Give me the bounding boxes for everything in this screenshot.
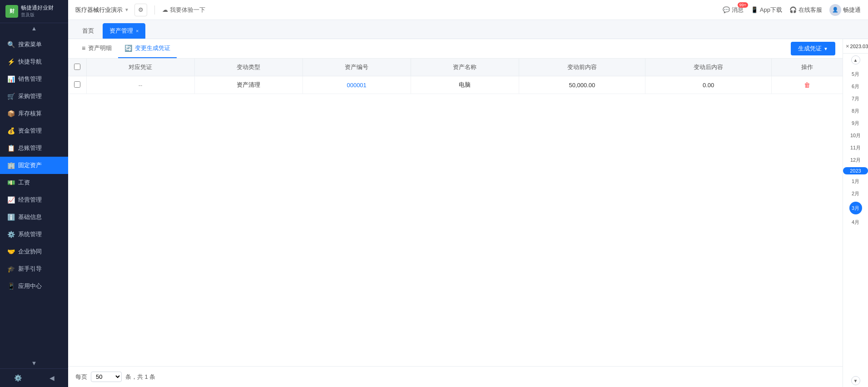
row-checkbox[interactable] [74,81,80,88]
app-download-button[interactable]: 📱 App下载 [751,6,782,14]
row-after-content: 0.00 [645,76,772,94]
date-item-current-3[interactable]: 3月 [849,202,862,214]
header-asset-code: 资产编号 [303,59,411,76]
sidebar-item-label: 基础信息 [18,213,42,221]
sidebar-item-search[interactable]: 🔍 搜索菜单 [0,36,68,53]
sidebar-item-inventory[interactable]: 📦 库存核算 [0,105,68,122]
date-panel-close-button[interactable]: × [845,42,850,50]
sidebar-settings-button[interactable]: ⚙️ [10,372,25,383]
date-item-11[interactable]: 11月 [843,142,868,154]
customer-service-button[interactable]: 🎧 在线客服 [789,6,822,14]
sidebar-item-salary[interactable]: 💵 工资 [0,174,68,191]
user-menu[interactable]: 👤 畅捷通 [829,4,861,16]
customer-service-label: 在线客服 [799,6,822,14]
logo-icon: 财 [5,5,18,18]
tab-home[interactable]: 首页 [75,23,101,39]
sub-tab-asset-detail[interactable]: ≡ 资产明细 [75,39,118,58]
tab-asset-management[interactable]: 资产管理 × [103,23,145,39]
row-before-content: 50,000.00 [519,76,645,94]
logo-subtitle: 普及版 [21,12,54,18]
settings-button[interactable]: ⚙ [134,4,147,16]
header-checkbox-cell [68,59,86,76]
company-selector[interactable]: 医疗器械行业演示 ▼ [75,6,129,14]
sub-tab-change-voucher[interactable]: 🔄 变更生成凭证 [118,39,177,58]
table-header-row: 对应凭证 变动类型 资产编号 资产名称 变动前内容 变动后内容 操作 [68,59,843,76]
company-dropdown-arrow: ▼ [124,7,129,12]
date-timeline: 5月 6月 7月 8月 9月 10月 11月 12月 2023 1月 2月 3月… [843,66,868,374]
sidebar-item-quicknav[interactable]: ⚡ 快捷导航 [0,53,68,70]
tab-asset-management-label: 资产管理 [109,27,133,35]
sidebar-item-label: 采购管理 [18,92,42,100]
sidebar-item-collab[interactable]: 🤝 企业协同 [0,243,68,260]
date-item-12[interactable]: 12月 [843,154,868,166]
experience-button[interactable]: ☁ 我要体验一下 [162,6,205,14]
inventory-icon: 📦 [7,110,15,117]
purchase-icon: 🛒 [7,93,15,100]
tab-close-button[interactable]: × [136,28,139,34]
sidebar-item-purchase[interactable]: 🛒 采购管理 [0,88,68,105]
collab-icon: 🤝 [7,248,15,255]
messages-badge: 99+ [738,2,748,8]
header-voucher: 对应凭证 [86,59,194,76]
date-item-8[interactable]: 8月 [843,105,868,117]
date-item-2[interactable]: 2月 [843,188,868,200]
sidebar-item-apps[interactable]: 📱 应用中心 [0,278,68,295]
experience-text: 我要体验一下 [170,6,205,14]
sidebar-item-basic[interactable]: ℹ️ 基础信息 [0,208,68,226]
finance-icon: 💰 [7,127,15,134]
scroll-down-icon: ▼ [851,376,860,385]
date-item-5[interactable]: 5月 [843,68,868,80]
search-icon: 🔍 [7,41,15,48]
date-item-year-2023[interactable]: 2023 [843,167,868,174]
per-page-select[interactable]: 50 10 20 100 [91,372,122,382]
generate-voucher-button[interactable]: 生成凭证 ▼ [791,42,835,55]
ledger-icon: 📋 [7,144,15,152]
messages-button[interactable]: 💬 消息 99+ [723,6,744,14]
sidebar-item-operation[interactable]: 📈 经营管理 [0,191,68,208]
sidebar-scroll-down[interactable]: ▼ [29,357,40,368]
change-voucher-icon: 🔄 [124,45,132,52]
select-all-checkbox[interactable] [74,64,80,70]
sidebar-footer: ⚙️ ◀ [0,368,68,387]
sidebar-item-label: 企业协同 [18,248,42,256]
date-scroll-down-button[interactable]: ▼ [843,374,868,387]
topbar: 医疗器械行业演示 ▼ ⚙ ☁ 我要体验一下 💬 消息 99+ 📱 App下载 🎧… [68,0,868,20]
voucher-value: -- [139,82,143,89]
avatar: 👤 [829,4,841,16]
sidebar-item-ledger[interactable]: 📋 总账管理 [0,139,68,157]
sales-icon: 📊 [7,75,15,83]
sidebar-item-label: 工资 [18,179,30,187]
generate-dropdown-arrow: ▼ [823,46,828,51]
gear-icon: ⚙ [138,6,144,13]
sidebar-scroll-up[interactable]: ▲ [29,23,40,34]
sidebar-item-label: 销售管理 [18,75,42,83]
date-item-6[interactable]: 6月 [843,80,868,93]
date-scroll-up-button[interactable]: ▲ [843,54,868,66]
sidebar-item-guide[interactable]: 🎓 新手引导 [0,260,68,278]
sidebar-item-system[interactable]: ⚙️ 系统管理 [0,226,68,243]
sidebar-item-label: 新手引导 [18,265,42,273]
sidebar-item-fixed-assets[interactable]: 🏢 固定资产 [0,157,68,174]
date-item-1[interactable]: 1月 [843,175,868,188]
asset-panel: ≡ 资产明细 🔄 变更生成凭证 生成凭证 ▼ [68,39,843,387]
user-name: 畅捷通 [843,6,861,14]
date-panel-title: 2023.03 [850,44,868,49]
delete-button[interactable]: 🗑 [804,81,810,89]
sub-tab-asset-detail-label: 资产明细 [88,44,112,52]
header-asset-name: 资产名称 [411,59,519,76]
date-item-9[interactable]: 9月 [843,117,868,129]
scroll-up-icon: ▲ [851,55,860,64]
page-content: ≡ 资产明细 🔄 变更生成凭证 生成凭证 ▼ [68,39,868,387]
date-item-10[interactable]: 10月 [843,129,868,142]
sidebar-collapse-button[interactable]: ◀ [46,372,58,383]
sidebar-item-label: 总账管理 [18,144,42,152]
company-name: 医疗器械行业演示 [75,6,123,14]
asset-code-value[interactable]: 000001 [347,82,366,89]
sidebar-item-sales[interactable]: 📊 销售管理 [0,70,68,88]
sidebar-item-label: 搜索菜单 [18,40,42,49]
date-panel-header: × 2023.03 ⤢ [843,39,868,54]
sidebar-item-finance[interactable]: 💰 资金管理 [0,122,68,139]
date-item-4[interactable]: 4月 [843,216,868,228]
tab-home-label: 首页 [82,27,94,35]
date-item-7[interactable]: 7月 [843,93,868,105]
